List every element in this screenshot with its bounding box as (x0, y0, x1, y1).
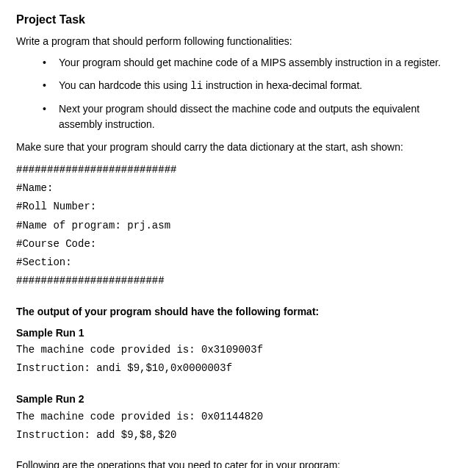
bullet-item-3: Next your program should dissect the mac… (47, 101, 460, 132)
data-dictionary-intro: Make sure that your program should carry… (16, 140, 460, 155)
dict-course: #Course Code: (16, 235, 460, 253)
sample1-line2: Instruction: andi $9,$10,0x0000003f (16, 359, 460, 378)
sample2-line2: Instruction: add $9,$8,$20 (16, 426, 460, 444)
project-task-title: Project Task (16, 13, 460, 26)
bullet2-pre: You can hardcode this using (59, 79, 190, 91)
sample-run-1-heading: Sample Run 1 (16, 325, 460, 341)
dict-name: #Name: (16, 179, 460, 198)
operations-intro: Following are the operations that you ne… (16, 458, 460, 468)
dict-progname: #Name of program: prj.asm (16, 217, 460, 235)
data-dictionary-block: ########################## #Name: #Roll … (16, 161, 460, 290)
dict-sep-top: ########################## (16, 161, 460, 179)
functionality-list: Your program should get machine code of … (16, 55, 460, 132)
dict-roll: #Roll Number: (16, 198, 460, 216)
bullet2-post: instruction in hexa-decimal format. (203, 79, 362, 91)
output-format-heading: The output of your program should have t… (16, 303, 460, 320)
bullet-item-1: Your program should get machine code of … (47, 55, 460, 71)
sample-run-2-heading: Sample Run 2 (16, 391, 460, 407)
bullet2-code: li (190, 80, 203, 92)
dict-section: #Section: (16, 253, 460, 272)
sample1-line1: The machine code provided is: 0x3109003f (16, 341, 460, 359)
intro-text: Write a program that should perform foll… (16, 34, 460, 49)
dict-sep-bot: ######################## (16, 272, 460, 290)
sample2-line1: The machine code provided is: 0x01144820 (16, 408, 460, 426)
bullet-item-2: You can hardcode this using li instructi… (47, 78, 460, 94)
